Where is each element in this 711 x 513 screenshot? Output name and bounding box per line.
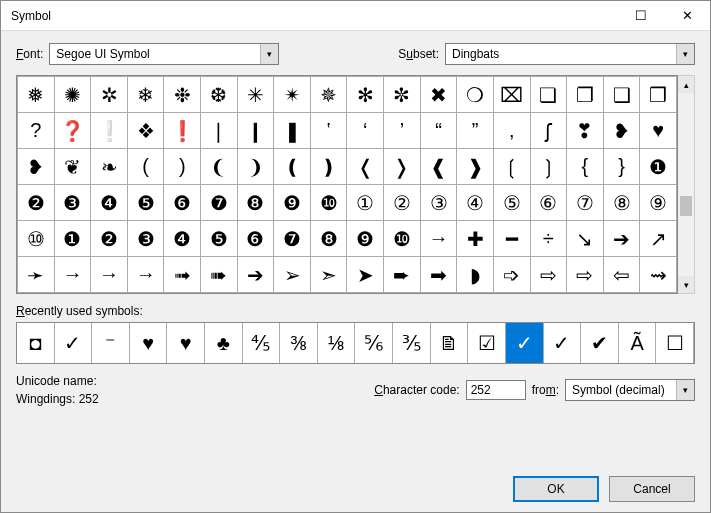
symbol-cell[interactable]: → [54,257,91,293]
symbol-cell[interactable]: ⑧ [603,185,640,221]
symbol-cell[interactable]: ♥ [640,113,677,149]
recent-symbol-cell[interactable]: ✓ [55,323,93,363]
symbol-cell[interactable]: ❸ [127,221,164,257]
symbol-cell[interactable]: ❽ [237,185,274,221]
symbol-cell[interactable]: } [603,149,640,185]
symbol-cell[interactable]: ❲ [493,149,530,185]
symbol-cell[interactable]: ❿ [310,185,347,221]
symbol-cell[interactable]: ❶ [640,149,677,185]
symbol-cell[interactable]: ❹ [91,185,128,221]
symbol-cell[interactable]: ❥ [603,113,640,149]
symbol-cell[interactable]: ❧ [91,149,128,185]
from-combo[interactable]: Symbol (decimal) ▾ [565,379,695,401]
symbol-cell[interactable]: ✻ [347,77,384,113]
symbol-cell[interactable]: ⇦ [603,257,640,293]
symbol-cell[interactable]: ❾ [274,185,311,221]
symbol-cell[interactable]: ◗ [457,257,494,293]
recent-symbol-cell[interactable]: ⅗ [393,323,431,363]
symbol-cell[interactable]: ‚ [493,113,530,149]
scroll-up-icon[interactable]: ▴ [678,76,694,93]
recent-symbol-cell[interactable]: ⅘ [243,323,281,363]
symbol-cell[interactable]: ✼ [384,77,421,113]
symbol-cell[interactable]: ❼ [201,185,238,221]
recent-symbol-cell[interactable]: ☑ [468,323,506,363]
symbol-cell[interactable]: ⇝ [640,257,677,293]
symbol-cell[interactable]: ❗ [164,113,201,149]
symbol-cell[interactable]: ⇨ [567,257,604,293]
recent-symbol-cell[interactable]: ⅚ [355,323,393,363]
symbol-cell[interactable]: ‘ [347,113,384,149]
recent-symbol-cell[interactable]: ✔ [581,323,619,363]
subset-combo[interactable]: Dingbats ▾ [445,43,695,65]
symbol-cell[interactable]: ⑨ [640,185,677,221]
recent-symbol-cell[interactable]: ⅜ [280,323,318,363]
font-combo[interactable]: Segoe UI Symbol ▾ [49,43,279,65]
symbol-cell[interactable]: ❺ [201,221,238,257]
symbol-cell[interactable]: ➣ [310,257,347,293]
symbol-cell[interactable]: ❬ [347,149,384,185]
recent-symbol-cell[interactable]: ♥ [130,323,168,363]
symbol-cell[interactable]: ❣ [567,113,604,149]
symbol-cell[interactable]: ’ [384,113,421,149]
symbol-cell[interactable]: ❰ [420,149,457,185]
close-button[interactable]: ✕ [664,1,710,31]
symbol-cell[interactable]: ❅ [18,77,55,113]
symbol-cell[interactable]: ❫ [310,149,347,185]
symbol-cell[interactable]: { [567,149,604,185]
recent-symbol-cell[interactable]: Ã [619,323,657,363]
recent-symbol-cell[interactable]: ◘ [17,323,55,363]
ok-button[interactable]: OK [513,476,599,502]
symbol-cell[interactable]: ④ [457,185,494,221]
recent-symbol-cell[interactable]: 🗎 [431,323,469,363]
symbol-cell[interactable]: ‛ [310,113,347,149]
symbol-cell[interactable]: ━ [493,221,530,257]
symbol-cell[interactable]: ➔ [237,257,274,293]
symbol-cell[interactable]: ❘ [201,113,238,149]
symbol-cell[interactable]: ↘ [567,221,604,257]
symbol-cell[interactable]: ❑ [603,77,640,113]
symbol-cell[interactable]: ✵ [310,77,347,113]
symbol-cell[interactable]: ❩ [237,149,274,185]
symbol-cell[interactable]: ❍ [457,77,494,113]
charcode-input[interactable] [466,380,526,400]
symbol-cell[interactable]: ❄ [127,77,164,113]
symbol-cell[interactable]: → [420,221,457,257]
symbol-cell[interactable]: ❆ [201,77,238,113]
symbol-cell[interactable]: ) [164,149,201,185]
symbol-cell[interactable]: ❻ [164,185,201,221]
symbol-cell[interactable]: “ [420,113,457,149]
symbol-cell[interactable]: ➩ [493,257,530,293]
symbol-cell[interactable]: ❼ [274,221,311,257]
symbol-cell[interactable]: ❪ [274,149,311,185]
symbol-cell[interactable]: ✚ [457,221,494,257]
symbol-cell[interactable]: ⑥ [530,185,567,221]
symbol-cell[interactable]: ❷ [18,185,55,221]
symbol-cell[interactable]: ① [347,185,384,221]
grid-scrollbar[interactable]: ▴ ▾ [678,75,695,294]
symbol-cell[interactable]: ➟ [164,257,201,293]
symbol-cell[interactable]: ❱ [457,149,494,185]
symbol-cell[interactable]: ✖ [420,77,457,113]
symbol-cell[interactable]: ⑤ [493,185,530,221]
symbol-cell[interactable]: ❨ [201,149,238,185]
symbol-cell[interactable]: ❓ [54,113,91,149]
symbol-cell[interactable]: ÷ [530,221,567,257]
recent-symbol-cell[interactable]: ⁻ [92,323,130,363]
symbol-cell[interactable]: ➤ [347,257,384,293]
scroll-down-icon[interactable]: ▾ [678,276,694,293]
symbol-cell[interactable]: ❭ [384,149,421,185]
recent-symbol-cell[interactable]: ♣ [205,323,243,363]
symbol-cell[interactable]: ⑩ [18,221,55,257]
symbol-cell[interactable]: ❐ [567,77,604,113]
symbol-cell[interactable]: → [91,257,128,293]
scroll-thumb[interactable] [680,196,692,216]
symbol-cell[interactable]: ❙ [237,113,274,149]
symbol-cell[interactable]: ❷ [91,221,128,257]
symbol-cell[interactable]: → [127,257,164,293]
symbol-cell[interactable]: ⌧ [493,77,530,113]
symbol-cell[interactable]: ➠ [201,257,238,293]
symbol-cell[interactable]: ✴ [274,77,311,113]
symbol-cell[interactable]: ❏ [530,77,567,113]
symbol-cell[interactable]: ʃ [530,113,567,149]
symbol-cell[interactable]: ➛ [18,257,55,293]
